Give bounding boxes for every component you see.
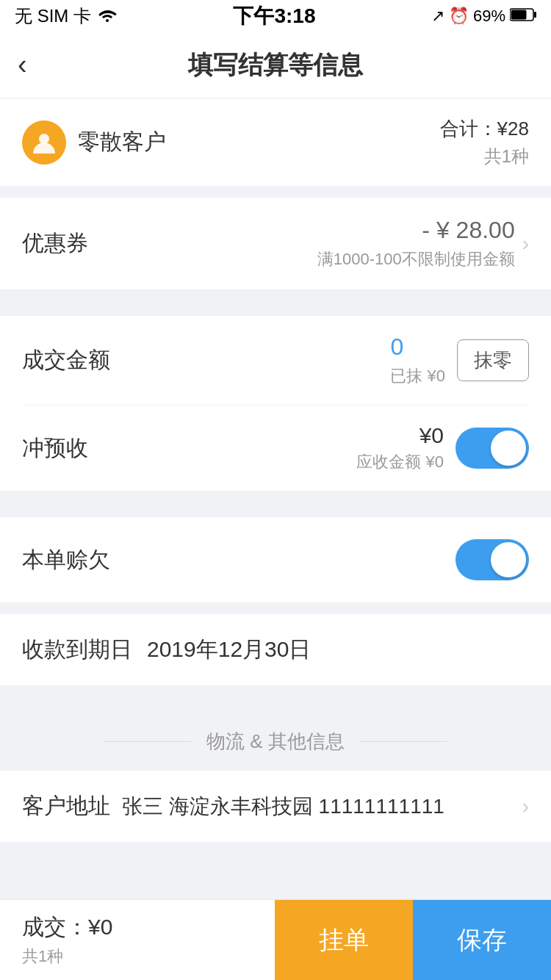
status-bar: 无 SIM 卡 下午3:18 ↗ ⏰ 69% bbox=[0, 0, 551, 32]
customer-left: 零散客户 bbox=[22, 120, 166, 165]
prepay-right: ¥0 应收金额 ¥0 bbox=[356, 423, 529, 473]
debt-section: 本单赊欠 bbox=[0, 517, 551, 602]
coupon-row[interactable]: 优惠券 - ¥ 28.00 满1000-100不限制使用金额 › bbox=[0, 198, 551, 289]
debt-toggle-knob bbox=[491, 542, 526, 577]
main-content: 零散客户 合计：¥28 共1种 优惠券 - ¥ 28.00 满1000-100不… bbox=[0, 98, 551, 942]
prepay-label: 冲预收 bbox=[22, 433, 88, 464]
status-time: 下午3:18 bbox=[233, 2, 315, 30]
prepay-values: ¥0 应收金额 ¥0 bbox=[356, 423, 444, 473]
total-amount: 合计：¥28 bbox=[440, 116, 529, 142]
due-date-section: 收款到期日 2019年12月30日 bbox=[0, 614, 551, 685]
coupon-chevron-icon: › bbox=[522, 232, 529, 256]
nav-bar: ‹ 填写结算等信息 bbox=[0, 32, 551, 98]
alarm-icon: ⏰ bbox=[449, 7, 469, 26]
transaction-row: 成交金额 0 已抹 ¥0 抹零 bbox=[0, 316, 551, 405]
logistics-line-left bbox=[104, 741, 192, 742]
no-sim-label: 无 SIM 卡 bbox=[15, 4, 91, 28]
prepay-row: 冲预收 ¥0 应收金额 ¥0 bbox=[0, 406, 551, 491]
section-separator-3 bbox=[0, 697, 551, 712]
prepay-toggle[interactable] bbox=[455, 428, 529, 469]
coupon-right: - ¥ 28.00 满1000-100不限制使用金额 › bbox=[317, 217, 529, 270]
logistics-line-right bbox=[359, 741, 447, 742]
transaction-sub: 已抹 ¥0 bbox=[390, 365, 445, 387]
customer-name: 零散客户 bbox=[78, 127, 166, 157]
bottom-info: 成交：¥0 共1种 bbox=[0, 912, 275, 968]
transaction-section: 成交金额 0 已抹 ¥0 抹零 冲预收 ¥0 应收金额 ¥0 bbox=[0, 316, 551, 491]
pending-button[interactable]: 挂单 bbox=[275, 900, 413, 981]
transaction-label: 成交金额 bbox=[22, 345, 110, 375]
logistics-label: 物流 & 其他信息 bbox=[206, 729, 345, 754]
wifi-icon bbox=[97, 6, 118, 26]
total-count: 共1种 bbox=[440, 145, 529, 168]
section-separator-2 bbox=[0, 502, 551, 517]
transaction-value: 0 bbox=[390, 334, 445, 361]
bottom-amount: 成交：¥0 bbox=[22, 912, 253, 943]
svg-rect-1 bbox=[534, 12, 536, 18]
location-icon: ↗ bbox=[431, 7, 444, 26]
customer-avatar bbox=[22, 120, 66, 165]
toggle-knob bbox=[491, 430, 526, 466]
address-value: 张三 海淀永丰科技园 11111111111 bbox=[122, 793, 522, 821]
status-right: ↗ ⏰ 69% bbox=[431, 7, 536, 26]
prepay-receivable: 应收金额 ¥0 bbox=[356, 451, 444, 473]
bottom-amount-value: ¥0 bbox=[88, 915, 112, 939]
battery-level: 69% bbox=[473, 7, 505, 26]
back-button[interactable]: ‹ bbox=[18, 49, 27, 81]
svg-rect-2 bbox=[511, 10, 526, 20]
transaction-right: 0 已抹 ¥0 抹零 bbox=[390, 334, 529, 387]
coupon-section: 优惠券 - ¥ 28.00 满1000-100不限制使用金额 › bbox=[0, 198, 551, 289]
svg-point-3 bbox=[39, 134, 49, 144]
due-date-label: 收款到期日 bbox=[22, 635, 132, 665]
section-separator-1 bbox=[0, 301, 551, 316]
due-date-value: 2019年12月30日 bbox=[147, 635, 311, 665]
coupon-description: 满1000-100不限制使用金额 bbox=[317, 248, 515, 270]
due-date-row: 收款到期日 2019年12月30日 bbox=[0, 614, 551, 685]
coupon-label: 优惠券 bbox=[22, 228, 88, 259]
bottom-amount-label: 成交： bbox=[22, 915, 88, 939]
address-row[interactable]: 客户地址 张三 海淀永丰科技园 11111111111 › bbox=[0, 771, 551, 842]
coupon-amount: - ¥ 28.00 bbox=[317, 217, 515, 244]
prepay-amount: ¥0 bbox=[356, 423, 444, 448]
logistics-section: 物流 & 其他信息 bbox=[0, 712, 551, 771]
customer-section: 零散客户 合计：¥28 共1种 bbox=[0, 98, 551, 186]
bottom-count: 共1种 bbox=[22, 945, 253, 968]
debt-label: 本单赊欠 bbox=[22, 545, 110, 575]
status-left: 无 SIM 卡 bbox=[15, 4, 118, 28]
save-button[interactable]: 保存 bbox=[413, 900, 551, 981]
battery-icon bbox=[510, 7, 536, 26]
page-title: 填写结算等信息 bbox=[188, 48, 363, 82]
debt-toggle[interactable] bbox=[455, 539, 529, 580]
address-chevron-icon: › bbox=[522, 795, 529, 818]
customer-total: 合计：¥28 共1种 bbox=[440, 116, 529, 168]
coupon-info: - ¥ 28.00 满1000-100不限制使用金额 bbox=[317, 217, 515, 270]
bottom-bar: 成交：¥0 共1种 挂单 保存 bbox=[0, 899, 551, 980]
customer-row: 零散客户 合计：¥28 共1种 bbox=[0, 98, 551, 186]
transaction-value-wrap: 0 已抹 ¥0 bbox=[390, 334, 445, 387]
round-zero-button[interactable]: 抹零 bbox=[457, 339, 529, 381]
address-label: 客户地址 bbox=[22, 791, 110, 821]
